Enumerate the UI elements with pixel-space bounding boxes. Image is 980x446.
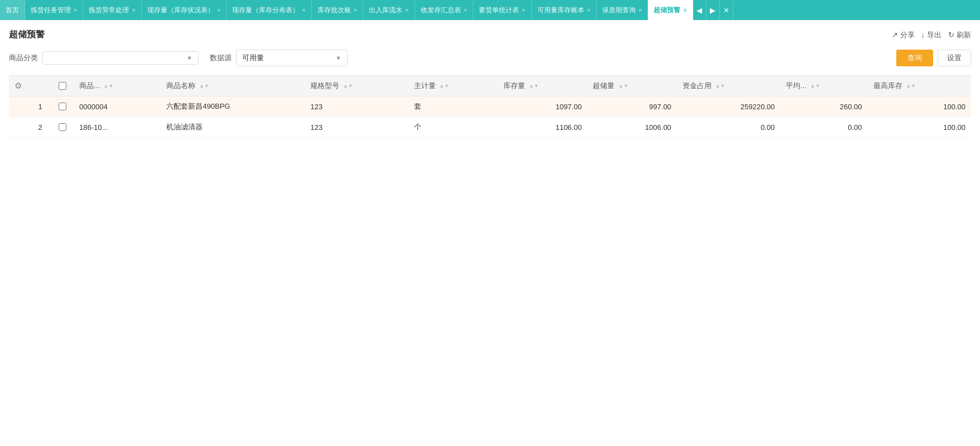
- th-over-sort-icon: ▲▼: [618, 84, 628, 89]
- share-button[interactable]: ↗ 分享: [892, 30, 915, 40]
- td-name: 六配套新昌490BPG: [161, 96, 305, 117]
- nav-prev-arrow[interactable]: ◀: [693, 0, 707, 20]
- nav-tab-usable-account[interactable]: 可用量库存账本 ×: [532, 0, 597, 20]
- main-content: 超储预警 ↗ 分享 ↓ 导出 ↻ 刷新 商品分类 ▼ 数据源: [0, 20, 980, 446]
- page-header: 超储预警 ↗ 分享 ↓ 导出 ↻ 刷新: [9, 29, 971, 41]
- row-checkbox[interactable]: [59, 123, 66, 131]
- data-table: ⚙ 商品... ▲▼ 商品名称 ▲▼ 规格型号 ▲▼ 主计量 ▲▼: [9, 75, 971, 138]
- refresh-label: 刷新: [957, 30, 971, 40]
- td-checkbox[interactable]: [51, 117, 74, 138]
- nav-tab-task-mgmt[interactable]: 拣货任务管理 ×: [25, 0, 83, 20]
- td-row-num: 2: [29, 117, 51, 138]
- th-code-sort-icon: ▲▼: [103, 84, 113, 89]
- nav-tab-over-storage-label: 超储预警: [654, 6, 680, 15]
- td-avg: 0.00: [780, 117, 867, 138]
- nav-tab-quality-close[interactable]: ×: [638, 7, 642, 13]
- nav-tab-inout-flow-close[interactable]: ×: [405, 7, 409, 13]
- nav-tab-stock-dist-label: 现存量（库存分布表）: [232, 6, 299, 15]
- category-label: 商品分类: [9, 53, 38, 63]
- nav-tab-over-storage-close[interactable]: ×: [683, 7, 686, 13]
- nav-tab-collect[interactable]: 收发存汇总表 ×: [415, 0, 473, 20]
- nav-tab-stock-dist-close[interactable]: ×: [302, 7, 305, 13]
- category-dropdown-arrow: ▼: [186, 55, 193, 61]
- nav-tab-stock-dist[interactable]: 现存量（库存分布表） ×: [227, 0, 311, 20]
- filter-actions: 查询 设置: [896, 50, 971, 66]
- th-stock-sort-icon: ▲▼: [529, 84, 539, 89]
- td-unit: 个: [409, 117, 498, 138]
- nav-tab-order-stat-label: 要货单统计表: [479, 6, 519, 15]
- category-select[interactable]: ▼: [42, 51, 199, 65]
- nav-tab-quality[interactable]: 保质期查询 ×: [597, 0, 648, 20]
- th-stock-label: 库存量: [503, 81, 525, 90]
- nav-tab-usable-account-close[interactable]: ×: [587, 7, 590, 13]
- nav-tab-task-mgmt-close[interactable]: ×: [74, 7, 77, 13]
- th-code-label: 商品...: [79, 81, 100, 90]
- share-label: 分享: [900, 30, 915, 40]
- th-spec-sort-icon: ▲▼: [343, 84, 353, 89]
- th-capital-label: 资金占用: [683, 81, 712, 90]
- nav-tab-usable-account-label: 可用量库存账本: [537, 6, 584, 15]
- th-stock[interactable]: 库存量 ▲▼: [498, 76, 587, 96]
- td-max: 100.00: [868, 117, 971, 138]
- nav-next-arrow[interactable]: ▶: [707, 0, 720, 20]
- nav-tab-abnormal-label: 拣货异常处理: [89, 6, 129, 15]
- td-unit: 套: [409, 96, 498, 117]
- td-checkbox[interactable]: [51, 96, 74, 117]
- th-capital[interactable]: 资金占用 ▲▼: [677, 76, 780, 96]
- nav-tab-batch-close[interactable]: ×: [354, 7, 357, 13]
- top-nav: 首页 拣货任务管理 × 拣货异常处理 × 现存量（库存状况表） × 现存量（库存…: [0, 0, 980, 20]
- category-filter: 商品分类 ▼: [9, 51, 199, 65]
- th-capital-sort-icon: ▲▼: [715, 84, 725, 89]
- th-avg-sort-icon: ▲▼: [810, 84, 820, 89]
- nav-tab-abnormal[interactable]: 拣货异常处理 ×: [83, 0, 141, 20]
- th-max-sort-icon: ▲▼: [906, 84, 916, 89]
- nav-tab-quality-label: 保质期查询: [602, 6, 636, 15]
- header-actions: ↗ 分享 ↓ 导出 ↻ 刷新: [892, 30, 972, 40]
- nav-tab-collect-close[interactable]: ×: [464, 7, 467, 13]
- refresh-button[interactable]: ↻ 刷新: [948, 30, 971, 40]
- th-avg-label: 平均...: [786, 81, 806, 90]
- nav-tab-order-stat[interactable]: 要货单统计表 ×: [473, 0, 531, 20]
- page-title: 超储预警: [9, 29, 45, 41]
- nav-tab-batch[interactable]: 库存批次账 ×: [312, 0, 363, 20]
- settings-button[interactable]: 设置: [938, 50, 971, 66]
- select-all-checkbox[interactable]: [59, 82, 66, 90]
- nav-tab-collect-label: 收发存汇总表: [421, 6, 461, 15]
- td-over: 997.00: [587, 96, 676, 117]
- nav-close-arrow[interactable]: ✕: [720, 0, 733, 20]
- th-name[interactable]: 商品名称 ▲▼: [161, 76, 305, 96]
- td-stock: 1097.00: [498, 96, 587, 117]
- nav-tab-stock-status[interactable]: 现存量（库存状况表） ×: [142, 0, 227, 20]
- td-row-num: 1: [29, 96, 51, 117]
- th-code[interactable]: 商品... ▲▼: [74, 76, 161, 96]
- nav-tab-order-stat-close[interactable]: ×: [522, 7, 525, 13]
- row-checkbox[interactable]: [59, 103, 66, 110]
- nav-tab-stock-status-close[interactable]: ×: [217, 7, 220, 13]
- nav-tab-inout-flow[interactable]: 出入库流水 ×: [363, 0, 415, 20]
- td-avg: 260.00: [780, 96, 867, 117]
- td-code: 0000004: [74, 96, 161, 117]
- query-button[interactable]: 查询: [896, 50, 933, 66]
- td-name: 机油滤清器: [161, 117, 305, 138]
- export-label: 导出: [927, 30, 941, 40]
- td-gear: [9, 96, 29, 117]
- nav-tab-over-storage[interactable]: 超储预警 ×: [648, 0, 693, 20]
- th-spec[interactable]: 规格型号 ▲▼: [305, 76, 408, 96]
- td-max: 100.00: [868, 96, 971, 117]
- column-settings-icon[interactable]: ⚙: [15, 81, 22, 90]
- td-spec: 123: [305, 96, 408, 117]
- td-code: 186-10...: [74, 117, 161, 138]
- th-checkbox[interactable]: [51, 76, 74, 96]
- export-button[interactable]: ↓ 导出: [921, 30, 942, 40]
- th-over[interactable]: 超储量 ▲▼: [587, 76, 676, 96]
- th-name-sort-icon: ▲▼: [199, 84, 209, 89]
- th-avg[interactable]: 平均... ▲▼: [780, 76, 867, 96]
- th-max[interactable]: 最高库存 ▲▼: [868, 76, 971, 96]
- nav-tab-abnormal-close[interactable]: ×: [132, 7, 135, 13]
- td-capital: 0.00: [677, 117, 780, 138]
- td-over: 1006.00: [587, 117, 676, 138]
- nav-tab-home[interactable]: 首页: [0, 0, 25, 20]
- datasource-select[interactable]: 可用量 ▼: [236, 50, 348, 66]
- datasource-select-value: 可用量: [242, 53, 264, 63]
- th-unit[interactable]: 主计量 ▲▼: [409, 76, 498, 96]
